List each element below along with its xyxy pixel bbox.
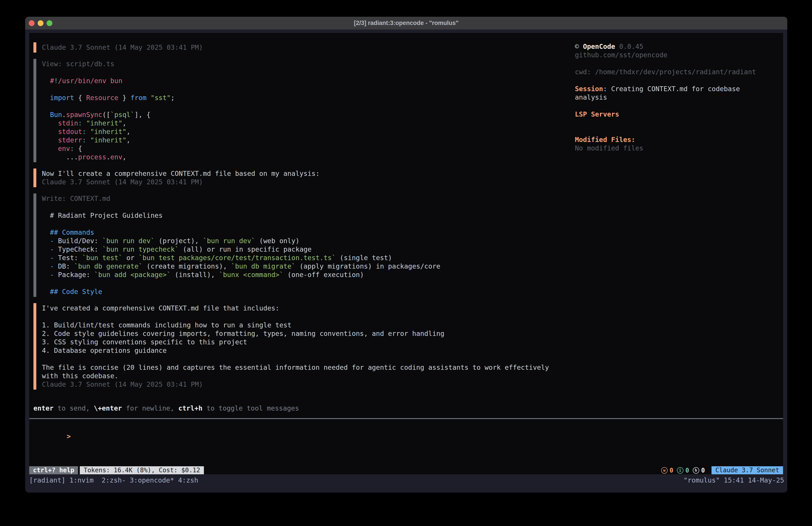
terminal-line: #!/usr/bin/env bun <box>42 77 564 85</box>
terminal-line: with this codebase. <box>42 372 564 380</box>
sidebar-line <box>575 76 782 85</box>
tmux-right-status: "romulus" 15:41 14-May-25 <box>683 475 784 485</box>
chat-transcript: Claude 3.7 Sonnet (14 May 2025 03:41 PM)… <box>29 42 564 396</box>
window-title: [2/3] radiant:3:opencode - "romulus" <box>25 17 787 29</box>
status-left: ctrl+? help Tokens: 16.4K (8%), Cost: $0… <box>29 466 204 474</box>
sidebar-line: No modified files <box>575 144 782 153</box>
terminal-line <box>42 102 564 111</box>
sidebar-line <box>575 127 782 136</box>
terminal-line: ## Code Style <box>42 287 564 296</box>
terminal-line: stderr: "inherit", <box>42 136 564 144</box>
terminal-line: stdin: "inherit", <box>42 119 564 127</box>
terminal-line: Claude 3.7 Sonnet (14 May 2025 03:41 PM) <box>42 380 564 389</box>
diagnostic-count: 0 <box>670 467 673 474</box>
terminal-line: I've created a comprehensive CONTEXT.md … <box>42 304 564 312</box>
terminal-line: stdout: "inherit", <box>42 127 564 136</box>
terminal-line: 2. Code style guidelines covering import… <box>42 329 564 338</box>
session-sidebar: © OpenCode 0.0.45github.com/sst/opencode… <box>575 42 782 153</box>
keybinding-hint: enter to send, \+enter for newline, ctrl… <box>33 404 299 413</box>
terminal-line: Claude 3.7 Sonnet (14 May 2025 03:41 PM) <box>42 43 564 52</box>
terminal-line <box>42 68 564 77</box>
sidebar-line <box>575 102 782 110</box>
prompt-caret: > <box>67 432 71 440</box>
terminal-line: 3. CSS styling conventions specific to t… <box>42 338 564 346</box>
sidebar-line: © OpenCode 0.0.45 <box>575 42 782 51</box>
terminal-line: ## Commands <box>42 228 564 237</box>
terminal-line <box>42 279 564 287</box>
help-chip[interactable]: ctrl+? help <box>29 466 78 474</box>
message-block: View: script/db.ts #!/usr/bin/env bun im… <box>33 59 564 162</box>
terminal-line <box>42 220 564 228</box>
message-block: Now I'll create a comprehensive CONTEXT.… <box>33 169 564 187</box>
terminal-window: [2/3] radiant:3:opencode - "romulus" Cla… <box>25 17 787 493</box>
terminal-line: - DB: `bun db generate` (create migratio… <box>42 262 564 271</box>
w-circle-icon: w <box>661 467 668 474</box>
h-diagnostic-counter-icon: h0 <box>693 467 705 474</box>
prompt-input[interactable]: > <box>34 424 71 432</box>
model-chip[interactable]: Claude 3.7 Sonnet <box>711 466 783 474</box>
terminal-line: env: { <box>42 144 564 153</box>
terminal-line <box>42 85 564 94</box>
i-diagnostic-counter-icon: i0 <box>677 467 689 474</box>
tmux-window-4[interactable]: 4:zsh <box>174 476 198 484</box>
tmux-window-list: [radiant] 1:nvim 2:zsh- 3:opencode* 4:zs… <box>29 475 198 485</box>
terminal-line: # Radiant Project Guidelines <box>42 211 564 220</box>
tmux-status-bar: [radiant] 1:nvim 2:zsh- 3:opencode* 4:zs… <box>29 475 784 485</box>
i-circle-icon: i <box>677 467 683 474</box>
sidebar-line: github.com/sst/opencode <box>575 51 782 59</box>
terminal-line: Now I'll create a comprehensive CONTEXT.… <box>42 169 564 178</box>
message-block: Claude 3.7 Sonnet (14 May 2025 03:41 PM) <box>33 42 564 53</box>
terminal-line: The file is concise (20 lines) and captu… <box>42 363 564 372</box>
sidebar-line <box>575 118 782 127</box>
terminal-line: Claude 3.7 Sonnet (14 May 2025 03:41 PM) <box>42 178 564 186</box>
tmux-session-name: [radiant] <box>29 476 70 484</box>
input-divider <box>29 418 783 419</box>
sidebar-line: cwd: /home/thdxr/dev/projects/radiant/ra… <box>575 68 782 76</box>
terminal-line: 1. Build/lint/test commands including ho… <box>42 321 564 329</box>
terminal-line: - TypeCheck: `bun run typecheck` (all) o… <box>42 245 564 254</box>
tmux-window-1[interactable]: 1:nvim <box>70 476 98 484</box>
diagnostics-counters: w0i0h0 <box>661 467 709 474</box>
tmux-window-2[interactable]: 2:zsh- <box>98 476 126 484</box>
terminal-line: 4. Database operations guidance <box>42 346 564 355</box>
terminal-line: View: script/db.ts <box>42 60 564 68</box>
terminal-line: - Test: `bun test` or `bun test packages… <box>42 254 564 262</box>
message-block: I've created a comprehensive CONTEXT.md … <box>33 303 564 389</box>
terminal-line <box>42 355 564 363</box>
terminal-line <box>42 203 564 211</box>
tokens-cost-chip: Tokens: 16.4K (8%), Cost: $0.12 <box>80 466 204 474</box>
terminal-line: - Package: `bun add <package>` (install)… <box>42 271 564 279</box>
opencode-pane: Claude 3.7 Sonnet (14 May 2025 03:41 PM)… <box>29 33 783 474</box>
sidebar-line: Modified Files: <box>575 136 782 144</box>
terminal-line: ...process.env, <box>42 153 564 161</box>
message-block: Write: CONTEXT.md # Radiant Project Guid… <box>33 194 564 297</box>
h-circle-icon: h <box>693 467 699 474</box>
terminal-line <box>42 312 564 321</box>
sidebar-line: Session: Creating CONTEXT.md for codebas… <box>575 85 782 93</box>
screen: [2/3] radiant:3:opencode - "romulus" Cla… <box>0 0 812 526</box>
terminal-line: - Build/Dev: `bun run dev` (project), `b… <box>42 237 564 245</box>
tmux-window-3[interactable]: 3:opencode* <box>126 476 174 484</box>
window-titlebar[interactable]: [2/3] radiant:3:opencode - "romulus" <box>25 17 787 30</box>
diagnostic-count: 0 <box>685 467 689 474</box>
sidebar-line: LSP Servers <box>575 110 782 118</box>
terminal-line: Write: CONTEXT.md <box>42 194 564 203</box>
status-right: w0i0h0 Claude 3.7 Sonnet <box>661 466 783 474</box>
status-bar: ctrl+? help Tokens: 16.4K (8%), Cost: $0… <box>29 466 783 474</box>
sidebar-line <box>575 59 782 68</box>
terminal-line: Bun.spawnSync([`psql`], { <box>42 111 564 119</box>
terminal-line: import { Resource } from "sst"; <box>42 94 564 102</box>
sidebar-line: analysis <box>575 93 782 102</box>
diagnostic-count: 0 <box>701 467 705 474</box>
w-diagnostic-counter-icon: w0 <box>661 467 673 474</box>
